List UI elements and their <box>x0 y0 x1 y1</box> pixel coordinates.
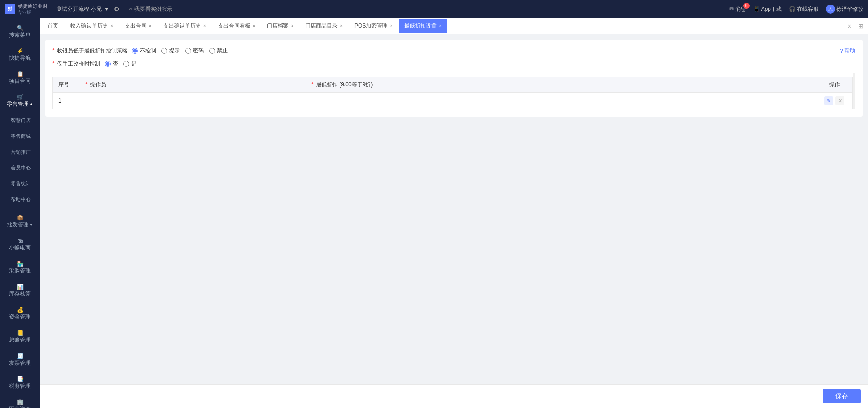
sidebar-item-marketing[interactable]: 营销推广 <box>0 144 40 160</box>
app-logo: 财 畅捷通好业财 专业版 <box>5 3 47 16</box>
topbar: 财 畅捷通好业财 专业版 测试分开流程-小兄 ▼ ⚙ ○ 我要看实例演示 ✉ 消… <box>0 0 868 18</box>
project-selector[interactable]: 测试分开流程-小兄 ▼ <box>57 5 109 13</box>
inventory-icon: 📊 <box>2 284 38 290</box>
content-area: 首页 收入确认单历史 × 支出合同 × 支出确认单历史 × 支出合同看板 × 门… <box>40 18 868 408</box>
sidebar-item-project[interactable]: 📋 项目合同 <box>0 66 40 89</box>
tab-close-pos-password[interactable]: × <box>390 23 392 28</box>
logo-text: 畅捷通好业财 <box>18 3 47 9</box>
sidebar-item-tax[interactable]: 📑 税务管理 <box>0 371 40 394</box>
tab-pos-password[interactable]: POS加密管理 × <box>349 19 398 33</box>
user-name: 徐泽华修改 <box>836 5 863 13</box>
th-action: 操作 <box>816 77 853 93</box>
tab-menu-button[interactable]: ⊞ <box>856 22 866 31</box>
bottom-bar: 保存 <box>40 384 868 408</box>
manual-price-yes-radio[interactable] <box>123 61 129 67</box>
tab-close-payment-confirm-history[interactable]: × <box>203 23 206 28</box>
settings-card: * 收银员低于最低折扣控制策略 不控制 提示 <box>45 40 863 117</box>
tab-close-payment-contract-board[interactable]: × <box>253 23 255 28</box>
sidebar-item-general-ledger[interactable]: 📒 总账管理 <box>0 325 40 348</box>
sidebar-item-smart-store[interactable]: 智慧门店 <box>0 113 40 128</box>
tab-store-file[interactable]: 门店档案 × <box>261 19 299 33</box>
manual-price-no-radio[interactable] <box>105 61 111 67</box>
circle-icon: ○ <box>129 6 132 12</box>
strategy-forbidden-radio[interactable] <box>209 48 215 54</box>
tab-min-discount[interactable]: 最低折扣设置 × <box>399 19 447 33</box>
table-header-row: 序号 * 操作员 * 最低折扣 (9.00等于9折) 操作 <box>53 77 853 93</box>
sidebar-item-invoice[interactable]: 🧾 发票管理 <box>0 348 40 371</box>
shortcut-icon: ⚡ <box>2 48 38 54</box>
sidebar-item-purchase[interactable]: 🏪 采购管理 <box>0 256 40 279</box>
strategy-no-control-radio[interactable] <box>132 48 138 54</box>
strategy-hint-radio[interactable] <box>161 48 167 54</box>
table-scrollbar[interactable] <box>853 73 855 109</box>
edit-row-button[interactable]: ✎ <box>824 96 833 105</box>
settings-icon[interactable]: ⚙ <box>114 5 120 13</box>
cell-seq: 1 <box>53 93 80 109</box>
tab-close-min-discount[interactable]: × <box>439 23 442 28</box>
sidebar-item-search[interactable]: 🔍 搜索菜单 <box>0 20 40 43</box>
tab-close-store-file[interactable]: × <box>291 23 293 28</box>
tab-close-payment-contract[interactable]: × <box>149 23 151 28</box>
tab-payment-confirm-history[interactable]: 支出确认单历史 × <box>158 19 212 33</box>
sidebar-item-inventory[interactable]: 📊 库存核算 <box>0 279 40 302</box>
delete-row-button[interactable]: ✕ <box>835 96 844 105</box>
tab-close-store-goods[interactable]: × <box>340 23 343 28</box>
page-content: * 收银员低于最低折扣控制策略 不控制 提示 <box>40 34 868 384</box>
sidebar-item-retail-mall[interactable]: 零售商城 <box>0 128 40 144</box>
strategy-password-radio[interactable] <box>185 48 191 54</box>
tab-income-history[interactable]: 收入确认单历史 × <box>65 19 118 33</box>
manual-price-label: * 仅手工改价时控制 <box>52 60 100 68</box>
tab-store-goods[interactable]: 门店商品目录 × <box>300 19 348 33</box>
sidebar-item-help[interactable]: 帮助中心 <box>0 192 40 207</box>
tab-payment-contract[interactable]: 支出合同 × <box>119 19 157 33</box>
sidebar-item-retail[interactable]: 🛒 零售管理 ▲ <box>0 89 40 113</box>
ecommerce-icon: 🛍 <box>2 238 38 244</box>
sidebar-item-shortcut[interactable]: ⚡ 快捷导航 <box>0 43 40 66</box>
purchase-icon: 🏪 <box>2 261 38 267</box>
messages-badge: 8 <box>743 3 750 9</box>
sidebar-item-fixed-assets[interactable]: 🏢 固定资产 <box>0 394 40 408</box>
tab-home[interactable]: 首页 <box>42 19 64 33</box>
strategy-password[interactable]: 密码 <box>185 47 204 55</box>
cell-discount <box>306 93 816 109</box>
strategy-forbidden[interactable]: 禁止 <box>209 47 228 55</box>
strategy-hint[interactable]: 提示 <box>161 47 180 55</box>
headset-icon: 🎧 <box>789 6 796 12</box>
project-icon: 📋 <box>2 71 38 77</box>
sidebar-item-retail-stats[interactable]: 零售统计 <box>0 176 40 192</box>
download-icon: 📱 <box>753 6 760 12</box>
tab-bar-actions: × ⊞ <box>845 22 866 31</box>
strategy-radio-group: 不控制 提示 密码 禁止 <box>132 47 228 55</box>
manual-price-no[interactable]: 否 <box>105 60 118 68</box>
avatar: 人 <box>826 5 835 14</box>
strategy-no-control[interactable]: 不控制 <box>132 47 156 55</box>
topbar-right: ✉ 消息 8 📱 App下载 🎧 在线客服 人 徐泽华修改 <box>729 5 863 14</box>
cell-action: ✎ ✕ <box>816 93 853 109</box>
retail-icon: 🛒 <box>2 94 38 100</box>
tab-close-income-history[interactable]: × <box>110 23 113 28</box>
customer-service-button[interactable]: 🎧 在线客服 <box>789 5 819 13</box>
table-row: 1 ✎ ✕ <box>53 93 853 109</box>
app-download-button[interactable]: 📱 App下载 <box>753 5 782 13</box>
sidebar-item-wholesale[interactable]: 📦 批发管理 ▼ <box>0 210 40 233</box>
messages-button[interactable]: ✉ 消息 8 <box>729 5 746 13</box>
finance-icon: 💰 <box>2 307 38 313</box>
discount-table: 序号 * 操作员 * 最低折扣 (9.00等于9折) 操作 <box>52 77 853 109</box>
manual-price-yes[interactable]: 是 <box>123 60 137 68</box>
sidebar-item-member[interactable]: 会员中心 <box>0 160 40 176</box>
tab-payment-contract-board[interactable]: 支出合同看板 × <box>212 19 261 33</box>
sidebar-item-finance[interactable]: 💰 资金管理 <box>0 302 40 325</box>
tab-close-all-button[interactable]: × <box>845 22 854 31</box>
sidebar-item-ecommerce[interactable]: 🛍 小畅电商 <box>0 233 40 256</box>
project-name: 测试分开流程-小兄 <box>57 5 102 13</box>
save-button[interactable]: 保存 <box>823 389 861 403</box>
chevron-down-icon: ▼ <box>104 6 109 12</box>
row-actions: ✎ ✕ <box>822 96 847 105</box>
demo-link[interactable]: ○ 我要看实例演示 <box>129 5 172 13</box>
cell-operator <box>80 93 306 109</box>
user-profile-button[interactable]: 人 徐泽华修改 <box>826 5 863 14</box>
main-layout: 🔍 搜索菜单 ⚡ 快捷导航 📋 项目合同 🛒 零售管理 ▲ 智慧门店 零售商城 … <box>0 18 868 408</box>
wholesale-icon: 📦 <box>2 215 38 221</box>
help-link[interactable]: ? 帮助 <box>840 47 855 55</box>
logo-icon: 财 <box>5 4 15 14</box>
